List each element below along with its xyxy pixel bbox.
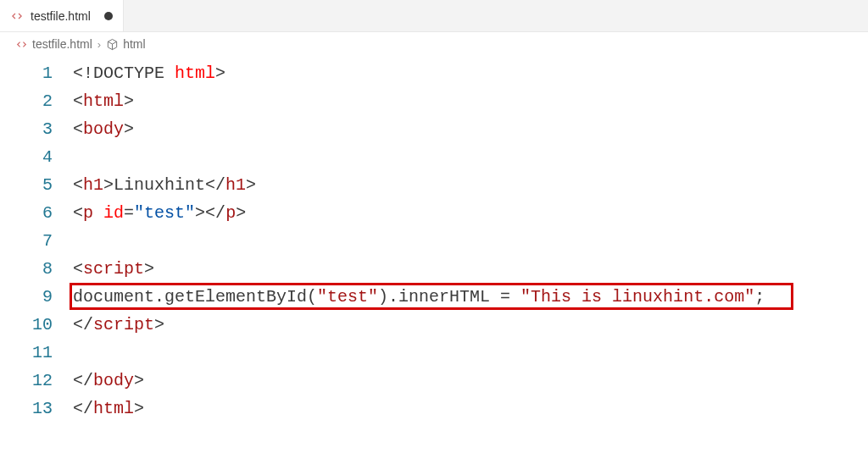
line-number: 1	[0, 59, 53, 87]
code-editor[interactable]: 1 2 3 4 5 6 7 8 9 10 11 12 13 <!DOCTYPE …	[0, 56, 868, 423]
line-number-gutter: 1 2 3 4 5 6 7 8 9 10 11 12 13	[0, 59, 73, 423]
line-number: 12	[0, 367, 53, 395]
code-line[interactable]: </body>	[73, 367, 868, 395]
line-number: 2	[0, 87, 53, 115]
code-line[interactable]: <h1>Linuxhint</h1>	[73, 171, 868, 199]
symbol-icon	[106, 38, 119, 51]
code-line[interactable]	[73, 227, 868, 255]
breadcrumb-file[interactable]: testfile.html	[15, 37, 92, 51]
line-number: 11	[0, 339, 53, 367]
code-line[interactable]	[73, 143, 868, 171]
code-line[interactable]: <body>	[73, 115, 868, 143]
code-line[interactable]	[73, 339, 868, 367]
code-file-icon	[10, 9, 24, 23]
chevron-right-icon: ›	[97, 38, 101, 51]
tab-filename: testfile.html	[31, 9, 91, 23]
line-number: 6	[0, 199, 53, 227]
breadcrumb-symbol[interactable]: html	[106, 37, 145, 51]
line-number: 10	[0, 311, 53, 339]
code-line[interactable]: <html>	[73, 87, 868, 115]
code-line[interactable]: </script>	[73, 311, 868, 339]
breadcrumb-file-label: testfile.html	[32, 37, 92, 51]
code-line[interactable]: <script>	[73, 255, 868, 283]
line-number: 3	[0, 115, 53, 143]
unsaved-dot-icon	[104, 12, 113, 20]
editor-tab[interactable]: testfile.html	[0, 0, 124, 31]
code-line[interactable]: <p id="test"></p>	[73, 199, 868, 227]
breadcrumb: testfile.html › html	[0, 32, 868, 56]
line-number: 9	[0, 283, 53, 311]
line-number: 7	[0, 227, 53, 255]
code-line[interactable]: document.getElementById("test").innerHTM…	[73, 283, 868, 311]
code-line[interactable]: <!DOCTYPE html>	[73, 59, 868, 87]
tab-bar: testfile.html	[0, 0, 868, 32]
breadcrumb-symbol-label: html	[123, 37, 145, 51]
code-file-icon	[15, 38, 28, 51]
line-number: 13	[0, 395, 53, 423]
line-number: 4	[0, 143, 53, 171]
code-content[interactable]: <!DOCTYPE html> <html> <body> <h1>Linuxh…	[73, 59, 868, 423]
line-number: 8	[0, 255, 53, 283]
code-line[interactable]: </html>	[73, 395, 868, 423]
line-number: 5	[0, 171, 53, 199]
